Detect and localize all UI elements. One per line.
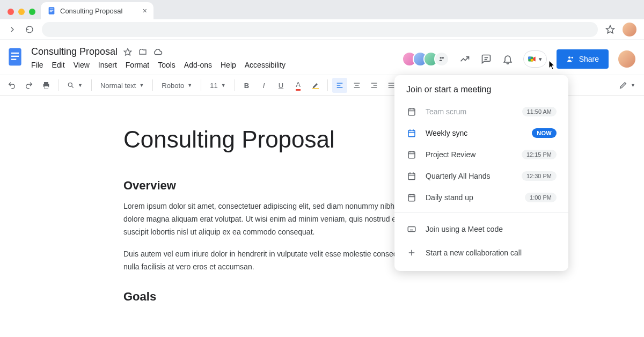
menu-tools[interactable]: Tools bbox=[158, 61, 175, 69]
calendar-icon bbox=[406, 128, 417, 138]
print-icon[interactable] bbox=[39, 78, 54, 93]
plus-icon bbox=[406, 247, 417, 258]
anonymous-badge[interactable] bbox=[434, 52, 449, 67]
svg-point-18 bbox=[568, 56, 570, 58]
svg-rect-25 bbox=[312, 88, 319, 89]
underline-icon[interactable]: U bbox=[274, 78, 289, 93]
meeting-item-daily-stand-up[interactable]: Daily stand up 1:00 PM bbox=[394, 187, 568, 208]
menu-help[interactable]: Help bbox=[221, 61, 236, 69]
reload-icon[interactable] bbox=[25, 25, 34, 34]
menu-insert[interactable]: Insert bbox=[98, 61, 117, 69]
share-button[interactable]: Share bbox=[557, 49, 609, 69]
join-code-label: Join using a Meet code bbox=[426, 225, 503, 233]
docs-header: Consulting Proposal File Edit View Inser… bbox=[0, 40, 644, 69]
address-bar[interactable] bbox=[42, 22, 598, 37]
menu-format[interactable]: Format bbox=[126, 61, 149, 69]
collaborator-avatars[interactable] bbox=[402, 52, 449, 67]
svg-rect-20 bbox=[44, 82, 48, 84]
browser-chrome: Consulting Proposal × bbox=[0, 0, 644, 40]
meet-dropdown-button[interactable]: ▼ bbox=[523, 50, 547, 68]
meeting-name: Daily stand up bbox=[426, 193, 516, 202]
text-color-icon[interactable]: A bbox=[291, 78, 306, 93]
svg-line-24 bbox=[72, 86, 74, 88]
align-left-icon[interactable] bbox=[332, 78, 347, 93]
redo-icon[interactable] bbox=[21, 78, 36, 93]
people-icon bbox=[566, 55, 575, 63]
browser-tab[interactable]: Consulting Proposal × bbox=[41, 2, 153, 19]
tab-close-icon[interactable]: × bbox=[143, 6, 147, 15]
window-controls[interactable] bbox=[4, 9, 41, 19]
menu-edit[interactable]: Edit bbox=[52, 61, 65, 69]
separator bbox=[394, 213, 568, 213]
paragraph-style-dropdown[interactable]: Normal text▼ bbox=[96, 78, 148, 93]
star-icon[interactable] bbox=[123, 47, 133, 57]
browser-profile-avatar[interactable] bbox=[623, 23, 636, 36]
svg-point-11 bbox=[442, 57, 444, 59]
svg-point-10 bbox=[440, 57, 442, 59]
meeting-item-project-review[interactable]: Project Review 12:15 PM bbox=[394, 144, 568, 165]
document-heading-2[interactable]: Goals bbox=[123, 290, 521, 304]
start-call-label: Start a new collaboration call bbox=[426, 248, 522, 257]
svg-marker-9 bbox=[124, 48, 131, 55]
menu-file[interactable]: File bbox=[31, 61, 43, 69]
fullscreen-window-icon[interactable] bbox=[29, 9, 35, 15]
share-label: Share bbox=[579, 55, 599, 63]
svg-marker-17 bbox=[533, 57, 536, 62]
docs-logo-icon[interactable] bbox=[6, 46, 24, 68]
editing-mode-dropdown[interactable]: ▼ bbox=[614, 78, 640, 93]
forward-icon[interactable] bbox=[8, 25, 17, 34]
svg-rect-3 bbox=[50, 11, 53, 12]
meeting-item-team-scrum[interactable]: Team scrum 11:50 AM bbox=[394, 101, 568, 122]
bookmark-star-icon[interactable] bbox=[605, 25, 615, 34]
svg-rect-52 bbox=[408, 130, 415, 137]
minimize-window-icon[interactable] bbox=[18, 9, 25, 15]
svg-rect-6 bbox=[11, 53, 19, 54]
svg-rect-8 bbox=[11, 59, 16, 60]
zoom-dropdown[interactable]: ▼ bbox=[63, 78, 87, 93]
bold-icon[interactable]: B bbox=[239, 78, 254, 93]
close-window-icon[interactable] bbox=[8, 9, 14, 15]
meeting-time: 11:50 AM bbox=[522, 107, 557, 116]
highlight-color-icon[interactable] bbox=[308, 78, 323, 93]
align-right-icon[interactable] bbox=[367, 78, 382, 93]
svg-rect-15 bbox=[528, 57, 531, 60]
browser-toolbar bbox=[0, 19, 644, 40]
svg-point-19 bbox=[571, 57, 573, 58]
comments-icon[interactable] bbox=[480, 53, 492, 65]
chevron-down-icon: ▼ bbox=[538, 56, 543, 62]
notifications-bell-icon[interactable] bbox=[502, 53, 514, 65]
svg-rect-2 bbox=[50, 10, 54, 11]
start-new-call-button[interactable]: Start a new collaboration call bbox=[394, 241, 568, 265]
menu-addons[interactable]: Add-ons bbox=[184, 61, 212, 69]
svg-rect-0 bbox=[49, 7, 55, 14]
undo-icon[interactable] bbox=[4, 78, 19, 93]
menu-accessibility[interactable]: Accessibility bbox=[245, 61, 286, 69]
font-size-dropdown[interactable]: 11▼ bbox=[206, 78, 230, 93]
meeting-item-quarterly-all-hands[interactable]: Quarterly All Hands 12:30 PM bbox=[394, 165, 568, 187]
tab-title: Consulting Proposal bbox=[60, 7, 122, 15]
account-avatar[interactable] bbox=[618, 50, 635, 68]
calendar-icon bbox=[406, 149, 417, 160]
meeting-time: 12:15 PM bbox=[522, 150, 557, 159]
meeting-item-weekly-sync[interactable]: Weekly sync NOW bbox=[394, 122, 568, 144]
svg-point-23 bbox=[68, 83, 72, 86]
keyboard-icon bbox=[406, 224, 417, 235]
move-folder-icon[interactable] bbox=[138, 47, 148, 57]
menu-view[interactable]: View bbox=[74, 61, 90, 69]
calendar-icon bbox=[406, 171, 417, 181]
italic-icon[interactable]: I bbox=[257, 78, 272, 93]
align-center-icon[interactable] bbox=[349, 78, 364, 93]
font-family-dropdown[interactable]: Roboto▼ bbox=[157, 78, 196, 93]
meet-popover: Join or start a meeting Team scrum 11:50… bbox=[394, 75, 568, 271]
join-with-code-button[interactable]: Join using a Meet code bbox=[394, 217, 568, 241]
meeting-time: 12:30 PM bbox=[522, 171, 557, 181]
cloud-saved-icon[interactable] bbox=[153, 47, 163, 57]
svg-rect-7 bbox=[11, 56, 19, 57]
meeting-name: Weekly sync bbox=[426, 129, 523, 137]
document-title[interactable]: Consulting Proposal bbox=[31, 46, 118, 57]
tab-strip: Consulting Proposal × bbox=[0, 0, 644, 19]
menu-bar: File Edit View Insert Format Tools Add-o… bbox=[31, 58, 286, 69]
calendar-icon bbox=[406, 106, 417, 117]
calendar-icon bbox=[406, 192, 417, 203]
activity-icon[interactable] bbox=[459, 53, 471, 65]
